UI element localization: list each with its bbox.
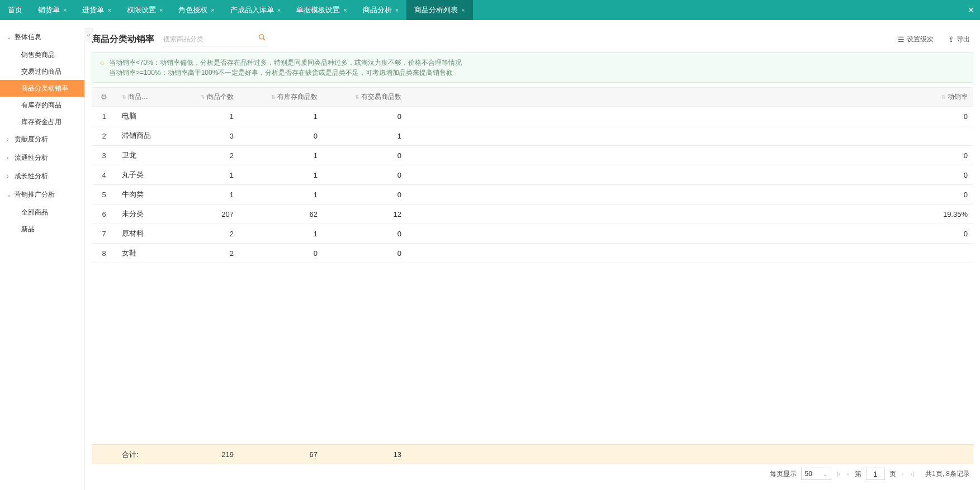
close-icon[interactable]: × <box>461 7 465 13</box>
chevron-down-icon: ⌄ <box>7 34 13 40</box>
col-rate[interactable]: ⇅动销率 <box>407 88 973 107</box>
close-icon[interactable]: × <box>159 7 163 13</box>
collapse-sidebar-button[interactable]: « <box>84 28 93 41</box>
sidebar-group-title[interactable]: ⌄整体信息 <box>0 28 84 46</box>
row-name: 牛肉类 <box>116 185 167 204</box>
search-input[interactable] <box>162 32 267 46</box>
row-count: 1 <box>167 165 239 185</box>
col-stock[interactable]: ⇅有库存商品数 <box>239 88 323 107</box>
per-page-label: 每页显示 <box>770 469 797 479</box>
prev-page-button[interactable]: ‹ <box>846 470 850 477</box>
col-traded[interactable]: ⇅有交易商品数 <box>323 88 407 107</box>
export-label: 导出 <box>957 35 970 44</box>
row-rate: 0 <box>407 146 973 165</box>
row-index: 1 <box>92 107 116 126</box>
close-icon[interactable]: × <box>107 7 111 13</box>
table-row[interactable]: 4丸子类1100 <box>92 165 973 185</box>
page-post: 页 <box>889 469 896 479</box>
main-layout: « ⌄整体信息销售类商品交易过的商品商品分类动销率有库存的商品库存资金占用›贡献… <box>0 28 980 490</box>
data-table: ⚙ ⇅商品… ⇅商品个数 ⇅有库存商品数 ⇅有交易商品数 ⇅动销率 1电脑110… <box>92 88 973 263</box>
col-count[interactable]: ⇅商品个数 <box>167 88 239 107</box>
close-icon[interactable]: × <box>63 7 67 13</box>
sidebar-item[interactable]: 全部商品 <box>0 204 84 221</box>
top-tabbar: 首页销货单×进货单×权限设置×角色授权×产成品入库单×单据模板设置×商品分析×商… <box>0 0 980 20</box>
close-icon[interactable]: × <box>211 7 214 13</box>
sidebar-item[interactable]: 销售类商品 <box>0 46 84 63</box>
tab[interactable]: 进货单× <box>74 0 119 20</box>
tab-label: 商品分析列表 <box>414 5 458 15</box>
sidebar-item[interactable]: 库存资金占用 <box>0 113 84 130</box>
row-count: 2 <box>167 146 239 165</box>
column-settings[interactable]: ⚙ <box>92 88 116 107</box>
table-row[interactable]: 3卫龙2100 <box>92 146 973 165</box>
sidebar-item[interactable]: 有库存的商品 <box>0 97 84 113</box>
sort-icon: ⇅ <box>122 94 126 100</box>
tab[interactable]: 角色授权× <box>171 0 222 20</box>
tab[interactable]: 首页 <box>0 0 30 20</box>
row-rate <box>407 244 973 263</box>
total-count: 219 <box>167 450 239 459</box>
row-rate: 0 <box>407 165 973 185</box>
search-icon[interactable] <box>258 34 266 43</box>
row-rate: 0 <box>407 107 973 126</box>
sort-icon: ⇅ <box>271 94 276 100</box>
sidebar: « ⌄整体信息销售类商品交易过的商品商品分类动销率有库存的商品库存资金占用›贡献… <box>0 28 85 490</box>
tab[interactable]: 权限设置× <box>119 0 171 20</box>
row-stock: 0 <box>239 126 323 146</box>
row-stock: 62 <box>239 204 323 224</box>
row-index: 7 <box>92 224 116 244</box>
row-count: 1 <box>167 185 239 204</box>
close-icon[interactable]: × <box>343 7 347 13</box>
table-row[interactable]: 2滞销商品301 <box>92 126 973 146</box>
tab[interactable]: 单据模板设置× <box>288 0 354 20</box>
first-page-button[interactable]: |‹ <box>836 470 842 477</box>
page-summary: 共1页, 8条记录 <box>925 469 970 479</box>
row-name: 丸子类 <box>116 165 167 185</box>
tab-label: 商品分析 <box>363 5 392 15</box>
spacer <box>0 20 980 28</box>
tab[interactable]: 销货单× <box>30 0 74 20</box>
sidebar-group-title[interactable]: ⌄营销推广分析 <box>0 185 84 204</box>
total-stock: 67 <box>239 450 323 459</box>
sidebar-item[interactable]: 交易过的商品 <box>0 63 84 80</box>
close-icon[interactable]: × <box>277 7 281 13</box>
sort-icon: ⇅ <box>201 94 205 100</box>
table-row[interactable]: 8女鞋200 <box>92 244 973 263</box>
table-row[interactable]: 7原材料2100 <box>92 224 973 244</box>
row-index: 3 <box>92 146 116 165</box>
row-rate: 0 <box>407 224 973 244</box>
row-stock: 1 <box>239 146 323 165</box>
tab[interactable]: 商品分析× <box>355 0 406 20</box>
tab[interactable]: 产成品入库单× <box>222 0 288 20</box>
tab-label: 单据模板设置 <box>296 5 340 15</box>
sidebar-item[interactable]: 新品 <box>0 221 84 237</box>
row-name: 原材料 <box>116 224 167 244</box>
close-all-tabs-button[interactable]: ✕ <box>962 0 980 20</box>
sidebar-group-title[interactable]: ›成长性分析 <box>0 167 84 185</box>
sidebar-group-title[interactable]: ›贡献度分析 <box>0 130 84 149</box>
tip-line-2: 当动销率>=100%：动销率高于100%不一定是好事，分析是否存在缺货或是品类不… <box>109 68 462 78</box>
table-row[interactable]: 1电脑1100 <box>92 107 973 126</box>
next-page-button[interactable]: › <box>901 470 905 477</box>
last-page-button[interactable]: ›| <box>909 470 915 477</box>
tab[interactable]: 商品分析列表× <box>406 0 472 20</box>
sidebar-item[interactable]: 商品分类动销率 <box>0 80 84 97</box>
tab-label: 首页 <box>8 5 22 15</box>
set-level-button[interactable]: ☰ 设置级次 <box>894 35 937 44</box>
table-row[interactable]: 6未分类207621219.35% <box>92 204 973 224</box>
close-icon[interactable]: × <box>395 7 399 13</box>
table-row[interactable]: 5牛肉类1100 <box>92 185 973 204</box>
content-area: 商品分类动销率 ☰ 设置级次 ⇪ 导出 ☼ 当动销率<70%：动销率偏低，分析是… <box>85 28 980 490</box>
row-count: 3 <box>167 126 239 146</box>
export-button[interactable]: ⇪ 导出 <box>945 35 973 44</box>
tab-label: 销货单 <box>38 5 60 15</box>
totals-row: 合计: 219 67 13 <box>92 444 973 464</box>
page-input[interactable] <box>866 468 885 480</box>
sidebar-group-title[interactable]: ›流通性分析 <box>0 149 84 167</box>
row-index: 4 <box>92 165 116 185</box>
row-traded: 0 <box>323 107 407 126</box>
col-name[interactable]: ⇅商品… <box>116 88 167 107</box>
per-page-select[interactable]: 50 ⌄ <box>801 468 831 480</box>
row-stock: 1 <box>239 185 323 204</box>
row-traded: 0 <box>323 224 407 244</box>
